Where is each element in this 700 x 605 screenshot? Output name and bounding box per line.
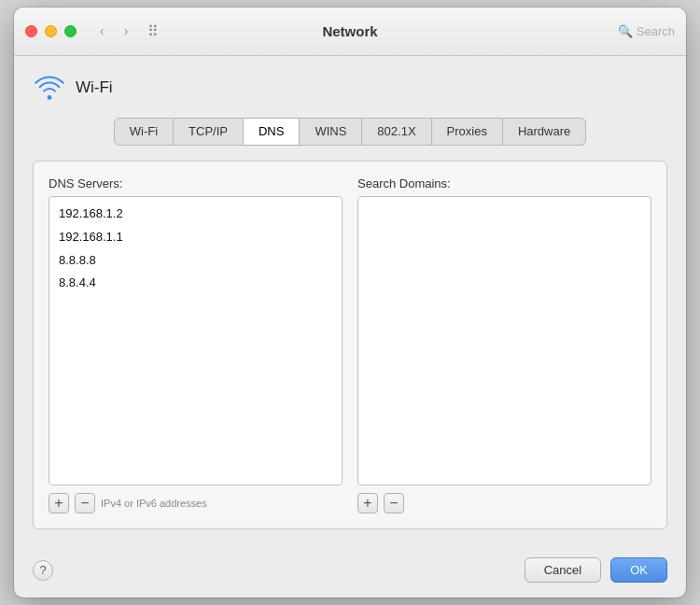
search-icon: 🔍	[618, 24, 633, 38]
search-domains-list[interactable]	[357, 196, 651, 485]
nav-buttons: ‹ ›	[91, 21, 136, 41]
network-window: ‹ › ⠿ Network 🔍 Search Wi-Fi Wi-F	[14, 7, 686, 598]
dns-servers-label: DNS Servers:	[49, 176, 343, 190]
search-area[interactable]: 🔍 Search	[618, 24, 675, 38]
cancel-button[interactable]: Cancel	[525, 557, 601, 583]
tab-tcpip[interactable]: TCP/IP	[174, 118, 244, 146]
list-item: 8.8.8.8	[49, 249, 342, 273]
tab-bar: Wi-Fi TCP/IP DNS WINS 802.1X Proxies Har…	[33, 118, 667, 146]
traffic-lights	[25, 25, 77, 37]
titlebar: ‹ › ⠿ Network 🔍 Search	[14, 7, 686, 56]
tab-wifi[interactable]: Wi-Fi	[114, 118, 174, 146]
maximize-button[interactable]	[64, 25, 77, 37]
tab-8021x[interactable]: 802.1X	[362, 118, 431, 146]
add-dns-button[interactable]: +	[49, 493, 69, 514]
tab-dns[interactable]: DNS	[244, 118, 300, 146]
help-button[interactable]: ?	[33, 560, 53, 581]
tab-proxies[interactable]: Proxies	[432, 118, 503, 146]
add-domain-button[interactable]: +	[357, 493, 378, 514]
dns-hint: IPv4 or IPv6 addresses	[101, 498, 207, 509]
search-placeholder: Search	[637, 24, 675, 38]
wifi-label: Wi-Fi	[76, 78, 113, 97]
search-domain-controls: + −	[357, 493, 651, 514]
dns-servers-list[interactable]: 192.168.1.2 192.168.1.1 8.8.8.8 8.8.4.4	[49, 196, 343, 485]
close-button[interactable]	[25, 25, 37, 37]
wifi-header: Wi-Fi	[33, 71, 667, 105]
grid-icon[interactable]: ⠿	[147, 22, 159, 40]
footer-buttons: Cancel OK	[525, 557, 667, 583]
minimize-button[interactable]	[45, 25, 57, 37]
remove-domain-button[interactable]: −	[384, 493, 404, 514]
window-title: Network	[322, 23, 377, 39]
list-item: 192.168.1.2	[49, 203, 342, 226]
list-item: 8.8.4.4	[49, 272, 342, 295]
tab-wins[interactable]: WINS	[300, 118, 362, 146]
remove-dns-button[interactable]: −	[75, 493, 95, 514]
wifi-icon	[33, 71, 66, 105]
back-button[interactable]: ‹	[91, 21, 112, 41]
list-item: 192.168.1.1	[49, 226, 342, 249]
ok-button[interactable]: OK	[610, 557, 667, 583]
footer: ? Cancel OK	[14, 544, 686, 598]
search-domains-label: Search Domains:	[357, 176, 651, 190]
tab-hardware[interactable]: Hardware	[503, 118, 586, 146]
panels-row: DNS Servers: 192.168.1.2 192.168.1.1 8.8…	[49, 176, 651, 514]
content-area: Wi-Fi Wi-Fi TCP/IP DNS WINS 802.1X Proxi…	[14, 56, 686, 544]
dns-panel: DNS Servers: 192.168.1.2 192.168.1.1 8.8…	[33, 161, 667, 529]
dns-servers-col: DNS Servers: 192.168.1.2 192.168.1.1 8.8…	[49, 176, 343, 514]
dns-controls: + − IPv4 or IPv6 addresses	[49, 493, 343, 514]
forward-button[interactable]: ›	[116, 21, 136, 41]
search-domains-col: Search Domains: + −	[357, 176, 651, 514]
